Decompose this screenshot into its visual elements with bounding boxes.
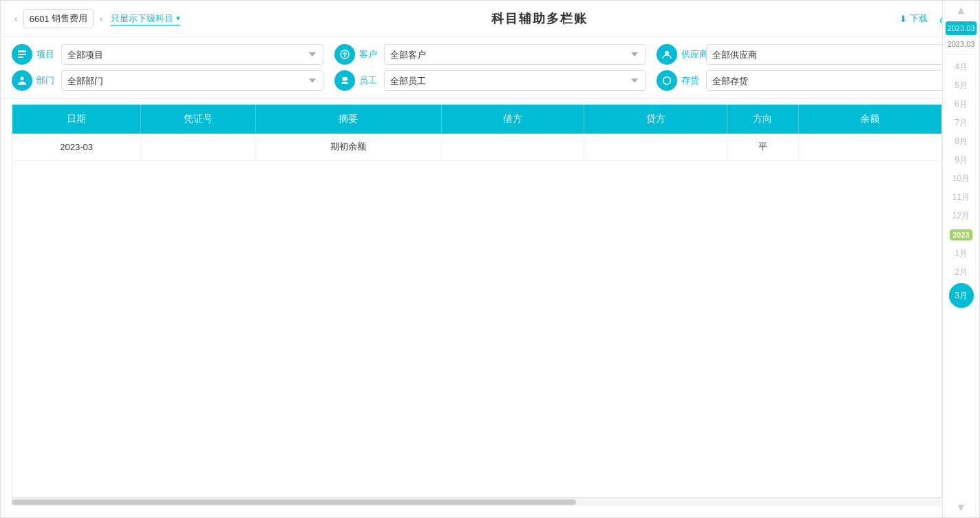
- employee-icon: [334, 70, 355, 91]
- sidebar-item-7[interactable]: 7月: [943, 114, 979, 132]
- supplier-icon: [657, 44, 677, 65]
- year-badge-2023: 2023: [950, 228, 972, 242]
- sidebar-separator: [946, 54, 975, 55]
- project-icon: [12, 44, 32, 65]
- supplier-filter-item: 供应商 全部供应商: [657, 44, 968, 65]
- svg-rect-1: [18, 54, 26, 55]
- dept-label: 部门: [36, 74, 57, 87]
- sidebar-item-1[interactable]: 1月: [943, 245, 979, 263]
- sidebar-item-9[interactable]: 9月: [943, 151, 979, 169]
- cell-summary: 期初余额: [255, 134, 441, 160]
- filter-area: 项目 全部项目 客户 全部客户: [1, 37, 979, 99]
- sidebar-scroll-up-btn[interactable]: ▲: [943, 1, 979, 20]
- page-title: 科目辅助多栏账: [180, 10, 899, 27]
- show-sub-label: 只显示下级科目: [111, 12, 173, 25]
- employee-label: 员工: [359, 74, 380, 87]
- cell-date: 2023-03: [12, 134, 141, 160]
- cell-voucher: [141, 134, 255, 160]
- svg-point-4: [21, 77, 24, 81]
- account-tag: 6601 销售费用: [23, 9, 94, 28]
- download-icon: ⬇: [899, 14, 907, 24]
- employee-filter-item: 员工 全部员工: [334, 70, 646, 91]
- col-debit: 借方: [441, 105, 584, 134]
- dept-select[interactable]: 全部部门: [61, 70, 323, 91]
- table-row: 2023-03 期初余额 平: [12, 134, 941, 160]
- customer-filter-item: 客户 全部客户: [334, 44, 646, 65]
- sidebar-item-8[interactable]: 8月: [943, 132, 979, 151]
- next-account-btn[interactable]: ›: [96, 12, 105, 25]
- sidebar-item-5[interactable]: 5月: [943, 76, 979, 95]
- sidebar-item-6[interactable]: 6月: [943, 95, 979, 114]
- download-btn[interactable]: ⬇ 下载: [899, 12, 928, 25]
- sidebar-item-2[interactable]: 2月: [943, 263, 979, 282]
- account-name: 销售费用: [52, 12, 87, 25]
- sidebar-item-selected-1[interactable]: 2023.03: [946, 21, 977, 35]
- cell-credit: [584, 134, 727, 160]
- account-code: 6601: [30, 14, 50, 24]
- svg-rect-2: [18, 56, 23, 58]
- svg-point-3: [665, 51, 669, 55]
- right-sidebar: ▲ 2023.03 2023.03 4月 5月 6月 7月 8月 9月 10月 …: [942, 1, 979, 517]
- col-voucher: 凭证号: [141, 105, 255, 134]
- inventory-icon: [657, 70, 677, 91]
- modal-window: ‹ 6601 销售费用 › 只显示下级科目 ▾ 科目辅助多栏账 ⬇ 下载 🖨 打…: [0, 0, 980, 518]
- svg-rect-0: [18, 50, 26, 52]
- download-label: 下载: [910, 12, 928, 25]
- cell-balance: [798, 134, 941, 160]
- dept-icon: [12, 70, 32, 91]
- sidebar-item-10[interactable]: 10月: [943, 169, 979, 188]
- col-balance: 余额: [798, 105, 941, 134]
- ledger-table: 日期 凭证号 摘要 借方 贷方 方向 余额 2023-03 期初余额: [12, 105, 941, 160]
- sidebar-item-12[interactable]: 12月: [943, 207, 979, 225]
- scroll-thumb: [12, 499, 576, 505]
- table-body: 2023-03 期初余额 平: [12, 134, 941, 160]
- table-header-row: 日期 凭证号 摘要 借方 贷方 方向 余额: [12, 105, 941, 134]
- customer-icon: [334, 44, 355, 65]
- supplier-select[interactable]: 全部供应商: [706, 44, 968, 65]
- svg-rect-5: [342, 77, 348, 81]
- col-direction: 方向: [727, 105, 798, 134]
- show-sub-toggle[interactable]: 只显示下级科目 ▾: [111, 12, 180, 25]
- sidebar-item-11[interactable]: 11月: [943, 188, 979, 207]
- filter-row-2: 部门 全部部门 员工 全部员工: [12, 70, 968, 91]
- col-date: 日期: [12, 105, 141, 134]
- inventory-filter-item: 存货 全部存货: [657, 70, 968, 91]
- project-select[interactable]: 全部项目: [61, 44, 323, 65]
- prev-account-btn[interactable]: ‹: [12, 12, 21, 25]
- employee-select[interactable]: 全部员工: [384, 70, 646, 91]
- sidebar-item-4[interactable]: 4月: [943, 58, 979, 76]
- project-filter-item: 项目 全部项目: [12, 44, 323, 65]
- dept-filter-item: 部门 全部部门: [12, 70, 323, 91]
- cell-debit: [441, 134, 584, 160]
- filter-row-1: 项目 全部项目 客户 全部客户: [12, 44, 968, 65]
- sidebar-item-3-active[interactable]: 3月: [949, 283, 974, 308]
- customer-select[interactable]: 全部客户: [384, 44, 646, 65]
- sidebar-items: 2023.03 2023.03 4月 5月 6月 7月 8月 9月 10月 11…: [943, 20, 979, 498]
- table-wrapper: 日期 凭证号 摘要 借方 贷方 方向 余额 2023-03 期初余额: [12, 104, 942, 498]
- col-credit: 贷方: [584, 105, 727, 134]
- project-label: 项目: [36, 48, 57, 61]
- sidebar-scroll-down-btn[interactable]: ▼: [943, 498, 979, 517]
- customer-label: 客户: [359, 48, 380, 61]
- sidebar-item-2023-03[interactable]: 2023.03: [943, 37, 979, 52]
- top-bar: ‹ 6601 销售费用 › 只显示下级科目 ▾ 科目辅助多栏账 ⬇ 下载 🖨 打…: [1, 1, 979, 37]
- horizontal-scrollbar[interactable]: [12, 498, 942, 506]
- inventory-label: 存货: [681, 74, 702, 87]
- cell-direction: 平: [727, 134, 798, 160]
- supplier-label: 供应商: [681, 48, 702, 61]
- inventory-select[interactable]: 全部存货: [706, 70, 968, 91]
- col-summary: 摘要: [255, 105, 441, 134]
